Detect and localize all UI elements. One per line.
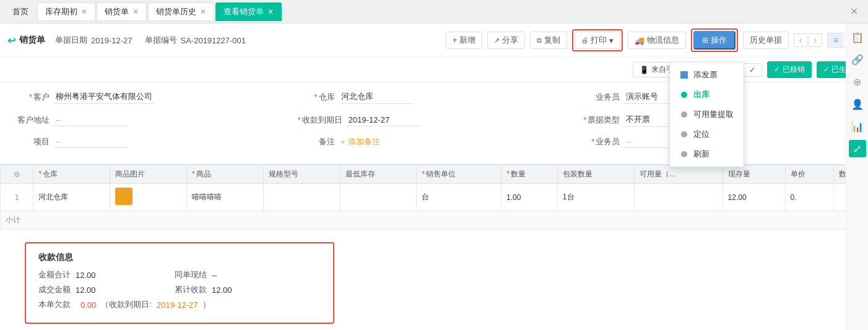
amount-total-value: 12.00 xyxy=(76,271,96,280)
row-spec[interactable] xyxy=(263,184,340,211)
customer-field: 客户 柳州粤港平安气体有限公司 xyxy=(12,90,285,104)
address-value[interactable]: -- xyxy=(53,114,128,126)
col-warehouse: 仓库 xyxy=(33,165,110,184)
sidebar-icon-1[interactable]: 📋 xyxy=(849,28,866,46)
available-label: 可用量提取 xyxy=(693,109,734,120)
sidebar-icon-2[interactable]: 🔗 xyxy=(849,51,866,68)
amount-total-label: 金额合计 xyxy=(38,269,71,280)
doc-number-label: 单据编号 xyxy=(145,35,177,46)
print-button[interactable]: 🖨 打印 ▾ xyxy=(575,32,620,49)
operate-highlight: ⊞ 操作 xyxy=(691,28,738,52)
share-button[interactable]: ↗ 分享 xyxy=(487,32,525,49)
product-image xyxy=(115,188,132,205)
row-warehouse[interactable]: 河北仓库 xyxy=(33,184,110,211)
products-table: ⚙ 仓库 商品图片 商品 规格型号 最低库存 销售单位 数量 包装数量 可用量（… xyxy=(0,165,868,230)
project-label: 项目 xyxy=(12,136,50,147)
tab-bar-close: ✕ xyxy=(845,6,863,17)
sidebar-icon-3[interactable]: ⊕ xyxy=(849,73,866,90)
plus-icon: ＋ xyxy=(339,136,347,147)
note-placeholder: 添加备注 xyxy=(348,136,380,147)
same-order-item: 同单现结 -- xyxy=(175,269,286,280)
row-unit[interactable]: 台 xyxy=(417,184,501,211)
window-close-button[interactable]: ✕ xyxy=(845,4,863,19)
row-min-stock[interactable] xyxy=(340,184,417,211)
col-unit: 销售单位 xyxy=(417,165,501,184)
note-field: 备注 ＋ 添加备注 xyxy=(298,136,571,147)
due-label: 本单欠款 xyxy=(38,299,76,310)
print-icon: 🖨 xyxy=(581,37,588,44)
col-pkg-qty: 包装数量 xyxy=(557,165,634,184)
tab-home[interactable]: 首页 xyxy=(5,2,36,21)
outbound-icon xyxy=(680,90,688,99)
due-suffix: （收款到期日: xyxy=(101,299,152,310)
same-order-value: -- xyxy=(212,271,217,280)
due-date-value[interactable]: 2019-12-27 xyxy=(346,114,420,126)
doc-header: ↩ 销货单 单据日期 2019-12-27 单据编号 SA-20191227-0… xyxy=(0,24,868,58)
subtotal-row: 小计 xyxy=(1,211,868,230)
customer-label: 客户 xyxy=(12,92,50,103)
circle-gray-icon xyxy=(681,111,687,118)
row-stock[interactable]: 12.00 xyxy=(723,184,785,211)
staff-label: 业务员 xyxy=(583,92,620,103)
doc-meta: 单据日期 2019-12-27 单据编号 SA-20191227-001 xyxy=(55,35,246,46)
add-note-button[interactable]: ＋ 添加备注 xyxy=(339,136,380,147)
payment-section: 收款信息 金额合计 12.00 同单现结 -- 成交金额 12.00 xyxy=(0,230,868,330)
row-qty[interactable]: 1.00 xyxy=(501,184,558,211)
add-invoice-label: 添发票 xyxy=(693,69,718,80)
close-tab-sales[interactable]: ✕ xyxy=(132,7,139,16)
row-available[interactable] xyxy=(634,184,723,211)
row-product[interactable]: 嘻嘻嘻嘻 xyxy=(187,184,264,211)
close-tab-view-sales[interactable]: ✕ xyxy=(267,7,274,16)
tab-sales-history[interactable]: 销货单历史 ✕ xyxy=(148,2,214,21)
warehouse-value[interactable]: 河北仓库 xyxy=(339,90,413,104)
dropdown-outbound[interactable]: 出库 xyxy=(670,85,744,105)
project-value[interactable]: -- xyxy=(53,136,128,148)
tab-inventory-init[interactable]: 库存期初 ✕ xyxy=(37,2,95,21)
doc-date-label: 单据日期 xyxy=(55,35,87,46)
close-tab-inventory[interactable]: ✕ xyxy=(81,7,87,16)
payment-row-3: 本单欠款 0.00 （收款到期日: 2019-12-27 ） xyxy=(38,299,321,310)
next-arrow[interactable]: › xyxy=(809,33,822,47)
dropdown-add-invoice[interactable]: 添发票 xyxy=(670,65,744,85)
logistics-button[interactable]: 🚚 物流信息 xyxy=(628,32,686,49)
copy-icon: ⧉ xyxy=(537,37,542,45)
tab-sales-order[interactable]: 销货单 ✕ xyxy=(97,2,147,21)
circle-gray2-icon xyxy=(681,131,687,137)
payment-row-1: 金额合计 12.00 同单现结 -- xyxy=(38,269,321,280)
payment-info-title: 收款信息 xyxy=(38,252,321,263)
close-tab-history[interactable]: ✕ xyxy=(200,7,206,16)
row-pkg-qty[interactable]: 1台 xyxy=(557,184,634,211)
operate-icon: ⊞ xyxy=(702,36,708,45)
tab-bar: 首页 库存期初 ✕ 销货单 ✕ 销货单历史 ✕ 查看销货单 ✕ ✕ xyxy=(0,0,868,24)
transaction-value: 12.00 xyxy=(76,285,96,295)
doc-number-field: 单据编号 SA-20191227-001 xyxy=(145,35,246,46)
new-button[interactable]: + 新增 xyxy=(446,32,482,49)
sidebar-icon-4[interactable]: 👤 xyxy=(849,95,866,113)
history-button[interactable]: 历史单据 xyxy=(743,32,789,49)
prev-arrow[interactable]: ‹ xyxy=(794,33,807,47)
voided-button[interactable]: ✓ 已核销 xyxy=(767,61,811,78)
col-product-img: 商品图片 xyxy=(110,165,187,184)
doc-date-field: 单据日期 2019-12-27 xyxy=(55,35,132,46)
sidebar-icon-6[interactable]: ⤢ xyxy=(849,140,866,157)
sidebar-icon-5[interactable]: 📊 xyxy=(849,118,866,135)
view-list-button[interactable]: ≡ xyxy=(828,33,844,47)
nav-arrows: ‹ › xyxy=(794,33,822,47)
customer-value[interactable]: 柳州粤港平安气体有限公司 xyxy=(53,90,155,104)
add-invoice-icon xyxy=(680,71,688,79)
doc-type-label: 销货单 xyxy=(19,35,45,46)
check-button[interactable]: ✓ xyxy=(742,63,762,77)
copy-button[interactable]: ⧉ 复制 xyxy=(530,32,567,49)
tab-view-sales[interactable]: 查看销货单 ✕ xyxy=(215,2,282,21)
dropdown-refresh[interactable]: 刷新 xyxy=(670,144,744,164)
right-sidebar: 📋 🔗 ⊕ 👤 📊 ⤢ xyxy=(846,24,868,330)
operate-button[interactable]: ⊞ 操作 xyxy=(693,31,736,50)
dropdown-menu: 添发票 出库 可用量提取 定位 xyxy=(669,62,744,167)
address-field: 客户地址 -- xyxy=(12,114,285,126)
row-price[interactable]: 0. xyxy=(785,184,833,211)
locate-label: 定位 xyxy=(693,129,710,140)
row-seq: 1 xyxy=(1,184,33,211)
dropdown-locate[interactable]: 定位 xyxy=(670,124,744,144)
warehouse-field: 仓库 河北仓库 xyxy=(298,90,571,104)
dropdown-available[interactable]: 可用量提取 xyxy=(670,105,744,124)
